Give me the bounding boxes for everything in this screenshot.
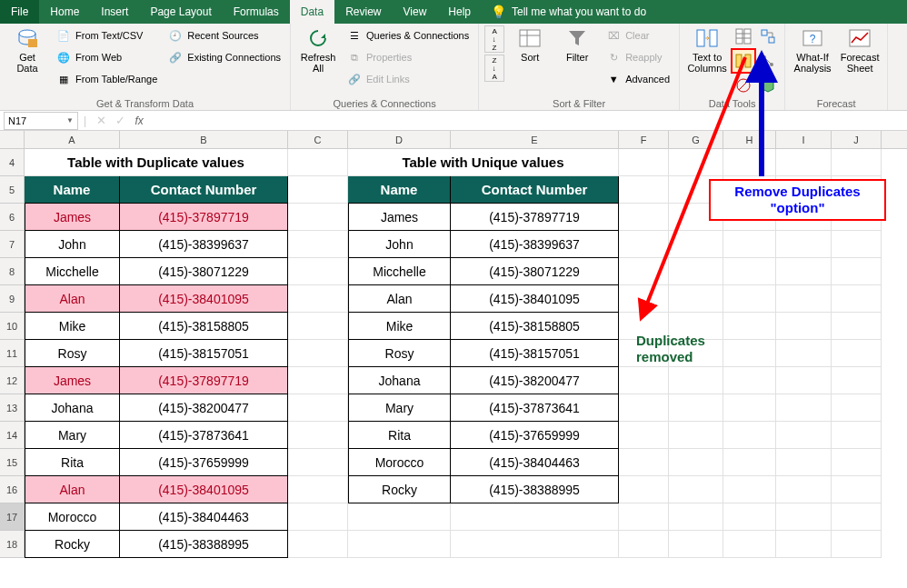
reapply-filter-button[interactable]: ↻Reapply: [603, 47, 673, 67]
cell[interactable]: [669, 176, 723, 204]
cell[interactable]: [669, 285, 723, 313]
cell[interactable]: [832, 204, 882, 231]
cell[interactable]: Mary: [348, 394, 451, 422]
cell[interactable]: James: [348, 204, 451, 231]
cell[interactable]: [348, 503, 451, 531]
cell[interactable]: (415)-37897719: [451, 204, 619, 231]
row-header[interactable]: 15: [0, 449, 25, 476]
advanced-filter-button[interactable]: ▼Advanced: [603, 69, 673, 89]
cell[interactable]: [669, 204, 723, 231]
cell[interactable]: (415)-37873641: [451, 394, 619, 422]
cell[interactable]: Rocky: [348, 476, 451, 503]
cell[interactable]: Morocco: [25, 503, 120, 531]
cell[interactable]: (415)-38401095: [451, 285, 619, 313]
cell[interactable]: [288, 313, 348, 340]
cell[interactable]: [723, 531, 776, 558]
cell[interactable]: [832, 176, 882, 204]
cell[interactable]: [776, 476, 832, 503]
tab-insert[interactable]: Insert: [90, 0, 139, 24]
cell[interactable]: [288, 231, 348, 258]
cell[interactable]: [288, 531, 348, 558]
cell[interactable]: [723, 285, 776, 313]
cell[interactable]: [451, 503, 619, 531]
tab-help[interactable]: Help: [437, 0, 482, 24]
data-validation-button[interactable]: [733, 75, 754, 96]
existing-connections-button[interactable]: 🔗Existing Connections: [164, 47, 284, 67]
cell[interactable]: Micchelle: [25, 258, 120, 285]
cell[interactable]: (415)-37897719: [120, 204, 288, 231]
cell[interactable]: (415)-38157051: [120, 340, 288, 367]
cell[interactable]: Morocco: [348, 449, 451, 476]
row-header[interactable]: 18: [0, 531, 25, 558]
cell[interactable]: [288, 285, 348, 313]
cell[interactable]: [619, 476, 669, 503]
tab-page-layout[interactable]: Page Layout: [139, 0, 222, 24]
cell[interactable]: [669, 313, 723, 340]
cell[interactable]: (415)-38404463: [120, 503, 288, 531]
cell[interactable]: [288, 422, 348, 449]
cell[interactable]: [723, 313, 776, 340]
col-header[interactable]: C: [288, 131, 348, 148]
col-header[interactable]: I: [776, 131, 832, 148]
cell[interactable]: Rosy: [348, 340, 451, 367]
what-if-analysis-button[interactable]: ? What-If Analysis: [791, 25, 834, 75]
row-header[interactable]: 7: [0, 231, 25, 258]
cell[interactable]: [451, 531, 619, 558]
cell[interactable]: Rita: [25, 449, 120, 476]
cell[interactable]: [776, 422, 832, 449]
consolidate-button[interactable]: [757, 25, 779, 47]
cell[interactable]: [776, 367, 832, 394]
cell[interactable]: (415)-38200477: [120, 394, 288, 422]
cell[interactable]: Mary: [25, 422, 120, 449]
cell[interactable]: [832, 285, 882, 313]
col-header[interactable]: D: [348, 131, 451, 148]
cell[interactable]: [723, 394, 776, 422]
spreadsheet-grid[interactable]: A B C D E F G H I J 4Table with Duplicat…: [0, 131, 907, 558]
cell[interactable]: Mike: [25, 313, 120, 340]
col-header[interactable]: F: [619, 131, 669, 148]
row-header[interactable]: 13: [0, 394, 25, 422]
col-header[interactable]: A: [25, 131, 120, 148]
cell[interactable]: [723, 476, 776, 503]
text-to-columns-button[interactable]: Text to Columns: [685, 25, 729, 75]
cell[interactable]: [776, 313, 832, 340]
tab-formulas[interactable]: Formulas: [223, 0, 290, 24]
cell[interactable]: Contact Number: [120, 176, 288, 204]
col-header[interactable]: J: [832, 131, 882, 148]
insert-function-button[interactable]: fx: [130, 115, 148, 127]
cell[interactable]: [832, 449, 882, 476]
cell[interactable]: [619, 149, 669, 176]
row-header[interactable]: 12: [0, 367, 25, 394]
cell[interactable]: Name: [25, 176, 120, 204]
cell[interactable]: Mike: [348, 313, 451, 340]
cell[interactable]: Alan: [348, 285, 451, 313]
cell[interactable]: [288, 340, 348, 367]
tab-file[interactable]: File: [0, 0, 39, 24]
flash-fill-button[interactable]: [733, 25, 754, 47]
cell[interactable]: [619, 531, 669, 558]
select-all-corner[interactable]: [0, 131, 25, 148]
row-header[interactable]: 10: [0, 313, 25, 340]
cell[interactable]: [776, 204, 832, 231]
cell[interactable]: [832, 503, 882, 531]
col-header[interactable]: E: [451, 131, 619, 148]
cell[interactable]: [619, 394, 669, 422]
cell[interactable]: [776, 449, 832, 476]
cell[interactable]: [776, 285, 832, 313]
cell[interactable]: [832, 476, 882, 503]
cell[interactable]: Name: [348, 176, 451, 204]
cell[interactable]: [832, 422, 882, 449]
clear-filter-button[interactable]: ⌧Clear: [603, 25, 673, 45]
cell[interactable]: [723, 422, 776, 449]
cancel-formula-button[interactable]: ✕: [92, 114, 111, 127]
confirm-formula-button[interactable]: ✓: [111, 114, 130, 127]
cell[interactable]: [619, 204, 669, 231]
row-header[interactable]: 16: [0, 476, 25, 503]
row-header[interactable]: 4: [0, 149, 25, 176]
cell[interactable]: [288, 258, 348, 285]
cell[interactable]: James: [25, 204, 120, 231]
tab-view[interactable]: View: [393, 0, 438, 24]
tab-home[interactable]: Home: [39, 0, 90, 24]
cell[interactable]: [619, 313, 669, 340]
cell[interactable]: [776, 531, 832, 558]
